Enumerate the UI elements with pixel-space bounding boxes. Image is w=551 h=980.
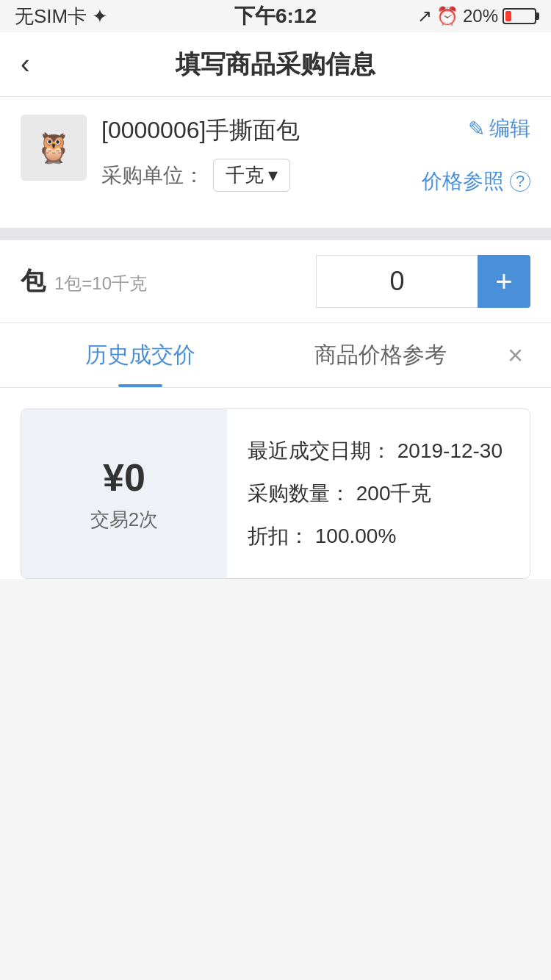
quantity-input[interactable]: 0 [316, 255, 478, 308]
carrier-text: 无SIM卡 ✦ [15, 4, 108, 29]
quantity-plus-button[interactable]: + [478, 255, 530, 308]
purchase-qty-value: 200千克 [356, 482, 432, 505]
price-ref-label: 价格参照 [422, 167, 504, 195]
history-price: ¥0 [103, 455, 145, 500]
history-recent-date-row: 最近成交日期： 2019-12-30 [248, 436, 509, 466]
product-unit-row: 采购单位： 千克 ▾ [101, 159, 422, 192]
back-button[interactable]: ‹ [21, 48, 30, 80]
history-purchase-qty-row: 采购数量： 200千克 [248, 478, 509, 509]
quantity-unit-name: 包 [21, 264, 46, 298]
main-content-area [0, 599, 551, 980]
history-transaction-count: 交易2次 [90, 507, 158, 533]
status-carrier: 无SIM卡 ✦ [15, 4, 108, 29]
product-card: 🦉 [0000006]手撕面包 采购单位： 千克 ▾ ✎ 编辑 价格参照 [0, 97, 551, 228]
quantity-value: 0 [389, 266, 404, 297]
edit-button[interactable]: ✎ 编辑 [468, 115, 530, 143]
tab-history-price[interactable]: 历史成交价 [21, 323, 260, 387]
tabs-header: 历史成交价 商品价格参考 × [0, 323, 551, 388]
price-ref-help-icon: ? [510, 171, 530, 192]
history-card: ¥0 交易2次 最近成交日期： 2019-12-30 采购数量： 200千克 折… [21, 408, 530, 579]
product-thumbnail: 🦉 [21, 115, 87, 181]
quantity-row: 包 1包=10千克 0 + [0, 240, 551, 323]
history-card-right: 最近成交日期： 2019-12-30 采购数量： 200千克 折扣： 100.0… [227, 409, 530, 578]
tabs-close-button[interactable]: × [500, 333, 530, 378]
edit-icon: ✎ [468, 117, 485, 141]
product-info: [0000006]手撕面包 采购单位： 千克 ▾ [101, 115, 422, 192]
product-header: 🦉 [0000006]手撕面包 采购单位： 千克 ▾ ✎ 编辑 价格参照 [21, 115, 530, 195]
alarm-icon: ⏰ [436, 6, 458, 26]
status-time: 下午6:12 [234, 2, 317, 30]
location-icon: ↗ [417, 6, 432, 26]
recent-date-value: 2019-12-30 [397, 439, 503, 462]
tab-active-indicator [118, 384, 162, 387]
price-ref-button[interactable]: 价格参照 ? [422, 167, 530, 195]
tab-product-price[interactable]: 商品价格参考 [260, 323, 500, 387]
battery-percent: 20% [463, 6, 498, 26]
discount-label: 折扣： [248, 525, 309, 547]
unit-select-dropdown[interactable]: 千克 ▾ [213, 159, 290, 192]
quantity-conversion: 1包=10千克 [54, 272, 147, 295]
plus-icon: + [495, 265, 512, 298]
product-left: 🦉 [0000006]手撕面包 采购单位： 千克 ▾ [21, 115, 422, 192]
quantity-input-area: 0 + [316, 255, 530, 308]
discount-value: 100.00% [315, 525, 397, 547]
page-title: 填写商品采购信息 [176, 48, 375, 82]
status-bar: 无SIM卡 ✦ 下午6:12 ↗ ⏰ 20% [0, 0, 551, 32]
tab-history-label: 历史成交价 [85, 340, 195, 370]
tab-product-price-label: 商品价格参考 [314, 340, 447, 370]
purchase-qty-label: 采购数量： [248, 482, 350, 505]
edit-label: 编辑 [489, 115, 530, 143]
battery-indicator [503, 8, 536, 24]
nav-bar: ‹ 填写商品采购信息 [0, 32, 551, 97]
recent-date-label: 最近成交日期： [248, 439, 392, 462]
product-right-actions: ✎ 编辑 价格参照 ? [422, 115, 530, 195]
battery-fill [505, 11, 511, 21]
tabs-panel: 历史成交价 商品价格参考 × ¥0 交易2次 最近成交日期： 2019-12-3… [0, 323, 551, 579]
unit-label: 采购单位： [101, 162, 204, 190]
unit-value: 千克 [226, 162, 264, 188]
status-right-area: ↗ ⏰ 20% [417, 6, 536, 26]
history-discount-row: 折扣： 100.00% [248, 521, 509, 552]
quantity-label-area: 包 1包=10千克 [21, 264, 147, 298]
dropdown-arrow-icon: ▾ [268, 164, 278, 187]
product-name: [0000006]手撕面包 [101, 115, 422, 147]
section-divider [0, 228, 551, 240]
product-logo-icon: 🦉 [35, 131, 72, 165]
history-card-left: ¥0 交易2次 [21, 409, 227, 578]
